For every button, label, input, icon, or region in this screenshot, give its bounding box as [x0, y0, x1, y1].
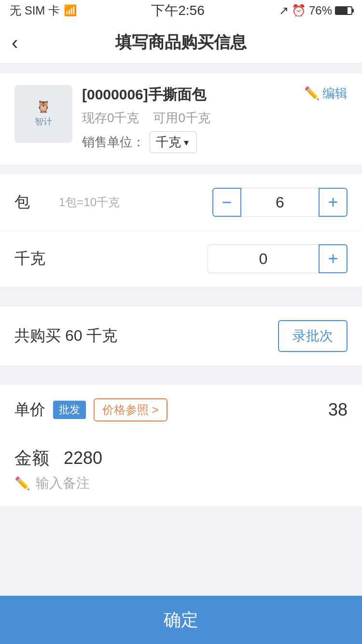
location-icon: ↗	[279, 4, 289, 17]
bag-plus-button[interactable]: +	[319, 188, 348, 217]
bag-minus-button[interactable]: −	[212, 188, 241, 217]
product-card: 🦉智计 [0000006]手撕面包 ✏️ 编辑 现存0千克 可用0千克 销售单位…	[0, 73, 362, 165]
bag-qty-control: − +	[212, 188, 348, 217]
amount-section: 金额 2280 ✏️ 输入备注	[0, 435, 362, 506]
price-label: 单价	[14, 399, 45, 420]
chevron-down-icon: ▾	[184, 137, 189, 148]
summary-text: 共购买 60 千克	[14, 325, 117, 347]
stock-text: 现存0千克	[82, 111, 139, 125]
status-left: 无 SIM 卡 📶	[10, 3, 77, 18]
kg-qty-input[interactable]	[208, 244, 319, 273]
amount-label: 金额	[14, 448, 49, 468]
price-value: 38	[328, 400, 348, 420]
edit-icon: ✏️	[304, 86, 320, 101]
unit-label: 销售单位：	[82, 134, 145, 151]
status-bar: 无 SIM 卡 📶 下午2:56 ↗ ⏰ 76%	[0, 0, 362, 21]
confirm-button[interactable]: 确定	[0, 596, 362, 644]
price-ref-button[interactable]: 价格参照 >	[94, 398, 167, 421]
carrier-text: 无 SIM 卡	[10, 3, 60, 18]
price-row: 单价 批发 价格参照 > 38	[14, 398, 348, 421]
divider2	[0, 287, 362, 297]
kg-qty-control: +	[208, 244, 348, 273]
alarm-icon: ⏰	[292, 4, 306, 17]
edit-label: 编辑	[322, 85, 348, 102]
edit-button[interactable]: ✏️ 编辑	[304, 85, 348, 102]
bag-hint: 1包=10千克	[59, 195, 212, 210]
product-header: [0000006]手撕面包 ✏️ 编辑	[82, 85, 348, 110]
price-tag: 批发	[53, 401, 86, 419]
back-button[interactable]: ‹	[12, 33, 18, 52]
unit-selector[interactable]: 千克 ▾	[150, 131, 197, 153]
batch-button[interactable]: 录批次	[278, 320, 348, 352]
quantity-row-kg: 千克 +	[0, 231, 362, 287]
wifi-icon: 📶	[64, 4, 77, 17]
amount-row: 金额 2280	[14, 447, 348, 474]
unit-value: 千克	[156, 134, 181, 151]
status-right: ↗ ⏰ 76%	[279, 4, 352, 17]
status-time: 下午2:56	[151, 1, 205, 20]
product-name: [0000006]手撕面包	[82, 85, 206, 105]
available-text: 可用0千克	[153, 111, 210, 125]
nav-bar: ‹ 填写商品购买信息	[0, 21, 362, 64]
pencil-icon: ✏️	[14, 476, 30, 491]
page-title: 填写商品购买信息	[115, 31, 247, 54]
remark-row[interactable]: ✏️ 输入备注	[14, 474, 348, 506]
kg-plus-button[interactable]: +	[319, 244, 348, 273]
product-image: 🦉智计	[14, 85, 72, 143]
bag-label: 包	[14, 192, 53, 213]
amount-value: 2280	[64, 448, 102, 468]
price-section: 单价 批发 价格参照 > 38	[0, 385, 362, 435]
divider1	[0, 165, 362, 174]
summary-row: 共购买 60 千克 录批次	[0, 307, 362, 365]
bag-qty-input[interactable]	[241, 188, 319, 217]
kg-label: 千克	[14, 248, 53, 269]
product-stock: 现存0千克 可用0千克	[82, 110, 348, 126]
remark-placeholder: 输入备注	[36, 474, 90, 492]
battery-pct: 76%	[309, 4, 332, 17]
product-unit: 销售单位： 千克 ▾	[82, 131, 348, 153]
divider3	[0, 365, 362, 375]
quantity-row-bag: 包 1包=10千克 − +	[0, 174, 362, 231]
battery-icon	[335, 6, 352, 15]
product-info: [0000006]手撕面包 ✏️ 编辑 现存0千克 可用0千克 销售单位： 千克…	[82, 85, 348, 153]
